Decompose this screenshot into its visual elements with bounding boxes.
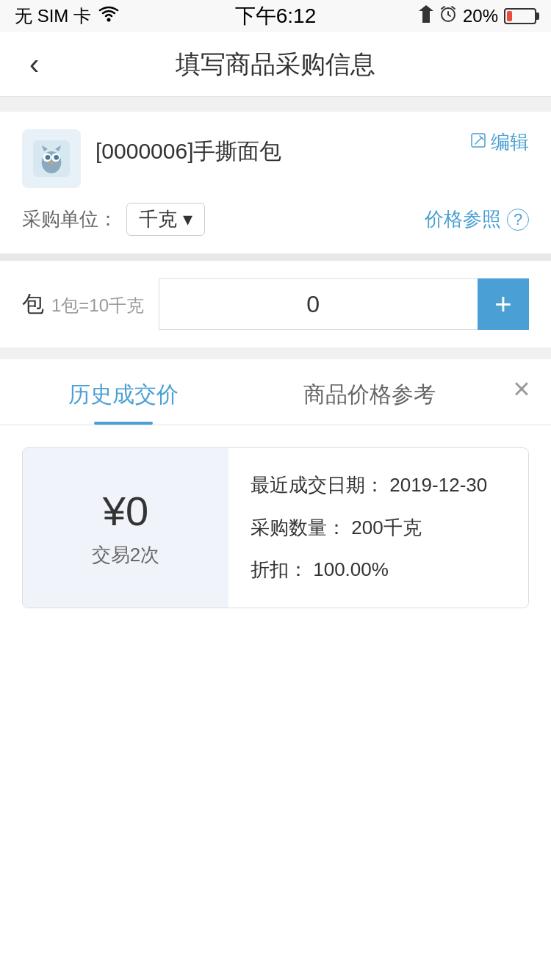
tabs-close-button[interactable]: × xyxy=(492,372,551,411)
page-title: 填写商品采购信息 xyxy=(176,48,375,82)
status-bar: 无 SIM 卡 下午6:12 20% xyxy=(0,0,551,32)
price-value: 0 xyxy=(126,488,148,534)
product-logo xyxy=(33,140,70,177)
quantity-row: 包 1包=10千克 + xyxy=(0,261,551,347)
price-ref-label: 价格参照 xyxy=(425,206,501,232)
purchase-unit-label: 采购单位： xyxy=(22,206,118,232)
edit-icon xyxy=(470,131,486,154)
quantity-conversion: 1包=10千克 xyxy=(51,294,144,317)
discount-label: 折扣： xyxy=(251,558,308,580)
price-card: ¥0 交易2次 最近成交日期： 2019-12-30 采购数量： 200千克 折… xyxy=(22,447,529,608)
svg-point-0 xyxy=(107,18,111,22)
wifi-icon xyxy=(98,6,119,26)
purchase-qty-label: 采购数量： xyxy=(251,516,346,538)
price-info-area: ¥0 交易2次 最近成交日期： 2019-12-30 采购数量： 200千克 折… xyxy=(0,425,551,630)
svg-point-7 xyxy=(54,155,59,160)
recent-date-label: 最近成交日期： xyxy=(251,474,384,496)
dropdown-arrow: ▾ xyxy=(183,208,192,231)
battery-percentage: 20% xyxy=(463,6,498,26)
product-image xyxy=(22,129,81,188)
tabs-row: 历史成交价 商品价格参考 × xyxy=(0,359,551,425)
price-main-value: ¥0 xyxy=(103,487,148,535)
unit-selector[interactable]: 千克 ▾ xyxy=(126,203,205,236)
svg-point-6 xyxy=(46,155,51,160)
main-content xyxy=(0,630,551,980)
status-bar-right: 20% xyxy=(419,5,536,27)
product-card: [0000006]手撕面包 编辑 采购单位： 千克 ▾ 价格参照 ? xyxy=(0,112,551,253)
product-info: [0000006]手撕面包 xyxy=(22,129,281,188)
recent-date-value: 2019-12-30 xyxy=(389,474,487,496)
edit-label: 编辑 xyxy=(491,129,529,155)
recent-date-row: 最近成交日期： 2019-12-30 xyxy=(251,470,506,501)
unit-value: 千克 xyxy=(139,206,177,232)
help-icon: ? xyxy=(507,209,529,231)
currency-symbol: ¥ xyxy=(103,488,126,534)
quantity-plus-button[interactable]: + xyxy=(478,278,529,330)
status-bar-time: 下午6:12 xyxy=(235,2,317,30)
alarm-icon xyxy=(439,5,457,27)
tab-history-price-label: 历史成交价 xyxy=(68,382,179,406)
tab-history-price[interactable]: 历史成交价 xyxy=(0,359,246,425)
discount-row: 折扣： 100.00% xyxy=(251,555,506,586)
discount-value: 100.00% xyxy=(313,558,389,580)
tab-product-price[interactable]: 商品价格参考 xyxy=(246,359,492,425)
price-details: 最近成交日期： 2019-12-30 采购数量： 200千克 折扣： 100.0… xyxy=(228,448,528,608)
purchase-qty-row: 采购数量： 200千克 xyxy=(251,513,506,544)
price-summary: ¥0 交易2次 xyxy=(23,448,228,608)
back-button[interactable]: ‹ xyxy=(22,40,46,88)
product-name: [0000006]手撕面包 xyxy=(96,129,281,167)
quantity-unit: 包 xyxy=(22,289,44,320)
product-header: [0000006]手撕面包 编辑 xyxy=(22,129,529,188)
quantity-label: 包 1包=10千克 xyxy=(22,289,144,320)
nav-bar: ‹ 填写商品采购信息 xyxy=(0,32,551,97)
price-reference-button[interactable]: 价格参照 ? xyxy=(425,206,529,232)
carrier-text: 无 SIM 卡 xyxy=(15,4,91,28)
tab-product-price-label: 商品价格参考 xyxy=(303,382,436,406)
bottom-panel: 历史成交价 商品价格参考 × ¥0 交易2次 最近成交日期： 2019-12-3… xyxy=(0,359,551,630)
quantity-input-area: + xyxy=(159,278,529,330)
status-bar-left: 无 SIM 卡 xyxy=(15,4,119,28)
purchase-unit-left: 采购单位： 千克 ▾ xyxy=(22,203,205,236)
purchase-qty-value: 200千克 xyxy=(351,516,421,538)
divider-bar xyxy=(0,253,551,261)
battery-icon xyxy=(504,8,536,24)
location-icon xyxy=(419,5,433,27)
quantity-input[interactable] xyxy=(159,278,478,330)
purchase-unit-row: 采购单位： 千克 ▾ 价格参照 ? xyxy=(22,203,529,236)
transaction-count: 交易2次 xyxy=(92,542,159,568)
edit-button[interactable]: 编辑 xyxy=(470,129,529,155)
